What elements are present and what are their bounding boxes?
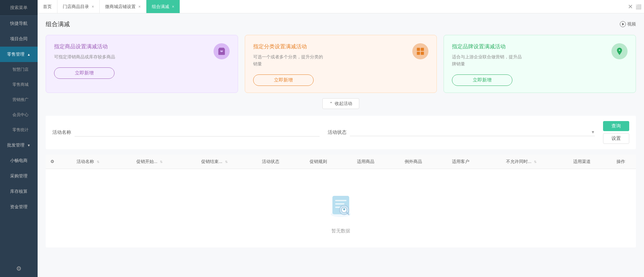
svg-rect-1 xyxy=(421,48,424,51)
th-status: 活动状态 xyxy=(247,155,294,169)
close-tab-store-catalog[interactable]: × xyxy=(92,4,94,9)
sidebar-item-project-contract[interactable]: 项目合同 xyxy=(0,31,38,47)
th-applicable-channel: 适用渠道 xyxy=(558,155,606,169)
tab-home[interactable]: 首页 xyxy=(38,0,57,13)
svg-rect-7 xyxy=(335,203,344,205)
query-button[interactable]: 查询 xyxy=(603,121,629,131)
filter-actions: 查询 设置 xyxy=(603,121,629,144)
sort-name-icon: ⇅ xyxy=(97,160,99,164)
sidebar-settings-button[interactable]: ⚙ xyxy=(0,260,38,277)
video-icon xyxy=(620,21,626,27)
svg-rect-6 xyxy=(335,200,347,201)
svg-rect-2 xyxy=(417,52,420,55)
video-link[interactable]: 视频 xyxy=(620,21,636,27)
sort-start-icon: ⇅ xyxy=(160,160,163,164)
empty-text: 暂无数据 xyxy=(331,228,350,234)
page-header: 组合满减 视频 xyxy=(46,20,636,28)
data-table: ⚙ 活动名称 ⇅ 促销开始... ⇅ 促销结束... ⇅ xyxy=(46,155,636,169)
retail-management-arrow: ▲ xyxy=(27,53,31,56)
product-card-title: 指定商品设置满减活动 xyxy=(54,43,230,50)
sidebar-item-marketing[interactable]: 营销推广 xyxy=(0,92,38,107)
setting-button[interactable]: 设置 xyxy=(603,133,629,144)
sidebar-search[interactable]: 搜索菜单 xyxy=(0,0,38,16)
th-operation: 操作 xyxy=(606,155,636,169)
th-not-concurrent[interactable]: 不允许同时... ⇅ xyxy=(485,155,558,169)
sidebar-item-retail-stats[interactable]: 零售统计 xyxy=(0,122,38,137)
sort-concurrent-icon: ⇅ xyxy=(534,160,537,164)
brand-card: 指定品牌设置满减活动 适合与上游企业联合做营销，提升品牌销量 立即新增 xyxy=(444,35,636,93)
sidebar-item-finance[interactable]: 资金管理 xyxy=(0,199,38,215)
sidebar-item-members[interactable]: 会员中心 xyxy=(0,107,38,122)
close-tab-combo-discount[interactable]: × xyxy=(172,4,174,9)
window-maximize-button[interactable]: ⬜ xyxy=(636,4,641,9)
tab-bar: 首页 门店商品目录 × 微商城店铺设置 × 组合满减 × ✕ ⬜ xyxy=(38,0,644,13)
page-title: 组合满减 xyxy=(46,20,70,28)
th-settings[interactable]: ⚙ xyxy=(46,155,59,169)
filter-row: 活动名称 活动状态 ▼ 查询 设置 xyxy=(46,116,636,149)
table-header-row: ⚙ 活动名称 ⇅ 促销开始... ⇅ 促销结束... ⇅ xyxy=(46,155,636,169)
empty-state: 暂无数据 xyxy=(46,169,636,247)
sidebar-item-retail-management[interactable]: 零售管理 ▲ xyxy=(0,47,38,62)
product-card: 指定商品设置满减活动 可指定滞销商品或库存较多商品 立即新增 xyxy=(46,35,238,93)
close-tab-wechat-store[interactable]: × xyxy=(138,4,141,9)
settings-icon: ⚙ xyxy=(50,159,54,164)
window-close-button[interactable]: ✕ xyxy=(628,3,633,10)
content-area: 组合满减 视频 指定商品设置满减活动 可指定滞销商品或库存较多商品 立即新增 xyxy=(38,13,644,277)
product-card-desc: 可指定滞销商品或库存较多商品 xyxy=(54,54,128,61)
chevron-down-icon: ▼ xyxy=(591,130,595,134)
tab-combo-discount[interactable]: 组合满减 × xyxy=(146,0,180,13)
window-controls: ✕ ⬜ xyxy=(625,3,644,10)
th-applicable-customer: 适用客户 xyxy=(437,155,485,169)
sidebar: 搜索菜单 快捷导航 项目合同 零售管理 ▲ 智慧门店 零售商城 营销推广 会员中… xyxy=(0,0,38,277)
product-card-icon xyxy=(214,43,230,59)
category-card: 指定分类设置满减活动 可选一个或者多个分类，提升分类的销量 立即新增 xyxy=(245,35,437,93)
activity-name-input[interactable] xyxy=(75,128,320,136)
tab-wechat-store[interactable]: 微商城店铺设置 × xyxy=(100,0,146,13)
sidebar-item-smart-store[interactable]: 智慧门店 xyxy=(0,62,38,77)
sidebar-item-purchase[interactable]: 采购管理 xyxy=(0,168,38,184)
svg-rect-3 xyxy=(421,52,424,55)
svg-point-12 xyxy=(343,208,345,210)
sidebar-item-wholesale[interactable]: 批发管理 ▼ xyxy=(0,137,38,153)
sidebar-item-inventory[interactable]: 库存核算 xyxy=(0,184,38,199)
category-card-title: 指定分类设置满减活动 xyxy=(253,43,429,50)
product-card-btn[interactable]: 立即新增 xyxy=(54,67,114,79)
sort-end-icon: ⇅ xyxy=(225,160,228,164)
category-card-desc: 可选一个或者多个分类，提升分类的销量 xyxy=(253,54,327,68)
collapse-up-icon: ⌃ xyxy=(329,101,333,106)
collapse-bar: ⌃ 收起活动 xyxy=(46,98,636,109)
sidebar-item-small-shop[interactable]: 小畅电商 xyxy=(0,153,38,168)
th-rule: 促销规则 xyxy=(294,155,342,169)
brand-card-title: 指定品牌设置满减活动 xyxy=(452,43,628,50)
brand-card-icon xyxy=(611,43,628,59)
brand-card-desc: 适合与上游企业联合做营销，提升品牌销量 xyxy=(452,54,526,68)
category-card-btn[interactable]: 立即新增 xyxy=(253,74,314,86)
cards-row: 指定商品设置满减活动 可指定滞销商品或库存较多商品 立即新增 指定分类设置满减活… xyxy=(46,35,636,93)
th-name[interactable]: 活动名称 ⇅ xyxy=(59,155,117,169)
activity-name-label: 活动名称 xyxy=(52,129,71,135)
data-table-wrap: ⚙ 活动名称 ⇅ 促销开始... ⇅ 促销结束... ⇅ xyxy=(46,155,636,247)
filter-activity-name: 活动名称 xyxy=(52,128,320,136)
sidebar-item-retail-mall[interactable]: 零售商城 xyxy=(0,77,38,92)
th-excluded-goods: 例外商品 xyxy=(389,155,437,169)
category-card-icon xyxy=(412,43,428,59)
empty-illustration xyxy=(324,189,358,223)
svg-rect-0 xyxy=(417,48,420,51)
th-applicable-goods: 适用商品 xyxy=(342,155,389,169)
activity-status-select[interactable]: ▼ xyxy=(350,128,595,136)
gear-icon: ⚙ xyxy=(16,265,21,272)
collapse-activities-button[interactable]: ⌃ 收起活动 xyxy=(322,98,359,109)
th-end[interactable]: 促销结束... ⇅ xyxy=(182,155,247,169)
wholesale-arrow: ▼ xyxy=(27,144,31,147)
th-start[interactable]: 促销开始... ⇅ xyxy=(117,155,182,169)
filter-activity-status: 活动状态 ▼ xyxy=(328,128,595,136)
brand-card-btn[interactable]: 立即新增 xyxy=(452,74,512,86)
tab-store-catalog[interactable]: 门店商品目录 × xyxy=(57,0,100,13)
sidebar-item-quick-nav[interactable]: 快捷导航 xyxy=(0,16,38,31)
main-area: 首页 门店商品目录 × 微商城店铺设置 × 组合满减 × ✕ ⬜ 组合满减 视频 xyxy=(38,0,644,277)
activity-status-label: 活动状态 xyxy=(328,129,347,135)
